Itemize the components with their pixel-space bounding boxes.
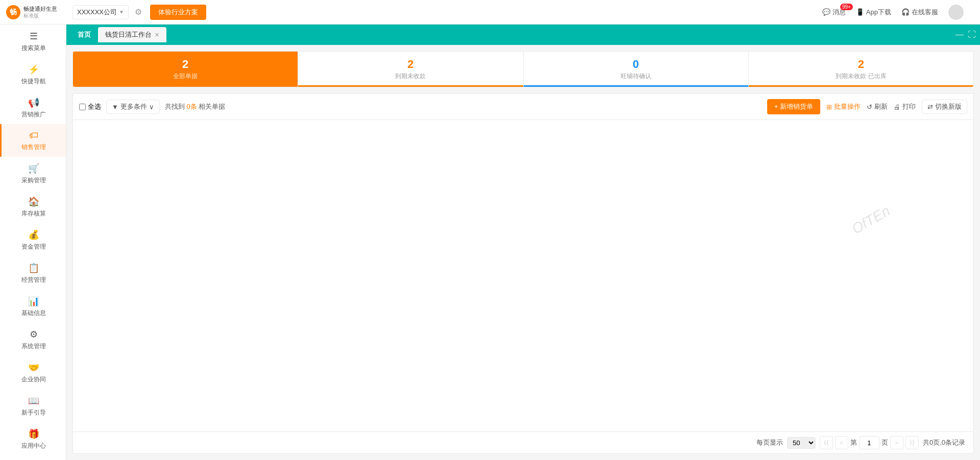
logo-area: 畅 畅捷通好生意 标准版 [6, 5, 72, 19]
found-text: 共找到 0条 相关单据 [165, 102, 225, 111]
avatar[interactable] [948, 5, 964, 20]
minimize-icon[interactable]: — [955, 30, 964, 39]
stat-tab-wangfu-pending[interactable]: 0 旺辅待确认 [524, 52, 749, 87]
service-icon: 🎧 [901, 8, 910, 16]
table-container: OfTEn [72, 119, 974, 432]
switch-version-button[interactable]: ⇄ 切换新版 [922, 100, 967, 114]
found-count: 0条 [187, 103, 197, 110]
refresh-button[interactable]: ↺ 刷新 [867, 102, 888, 111]
tab-home[interactable]: 首页 [70, 27, 98, 42]
apps-icon: 🎁 [28, 428, 39, 440]
top-header: 畅 畅捷通好生意 标准版 XXXXXX公司 ▼ ⚙ 体验行业方案 💬 消息 99… [0, 0, 980, 25]
page-number-input[interactable] [859, 436, 879, 449]
sidebar-item-operations[interactable]: 📋经营管理 [0, 256, 66, 289]
tab-bar: 首页 钱货日清工作台 ✕ — ⛶ [66, 25, 980, 45]
system-icon: ⚙ [30, 329, 38, 340]
tab-close-icon[interactable]: ✕ [155, 32, 159, 38]
search-icon: ☰ [30, 31, 38, 42]
toolbar-left: 全选 ▼ 更多条件 ∨ 共找到 0条 相关单据 [79, 100, 225, 114]
sidebar-item-basic[interactable]: 📊基础信息 [0, 289, 66, 323]
prev-page-button[interactable]: ＜ [835, 436, 848, 449]
toolbar-right: + 新增销货单 ⊞ 批量操作 ↺ 刷新 🖨 打印 ⇄ [767, 99, 967, 114]
trial-button[interactable]: 体验行业方案 [150, 5, 206, 20]
logo-icon: 畅 [6, 5, 20, 19]
sidebar-item-finance[interactable]: 💰资金管理 [0, 223, 66, 256]
filter-button[interactable]: ▼ 更多条件 ∨ [106, 100, 160, 114]
marketing-icon: 📢 [28, 97, 39, 108]
chevron-down-icon: ∨ [149, 103, 154, 111]
stat-tab-overdue-uncollected[interactable]: 2 到期未收款 [298, 52, 523, 87]
tab-bar-actions: — ⛶ [955, 30, 976, 39]
settings-icon[interactable]: ⚙ [133, 5, 144, 19]
guide-icon: 📖 [28, 395, 39, 406]
logo-text: 畅捷通好生意 标准版 [23, 5, 57, 19]
print-icon: 🖨 [894, 103, 900, 111]
batch-icon: ⊞ [826, 103, 832, 111]
page-navigation: ⟨⟨ ＜ 第 页 ＞ ⟩⟩ [820, 436, 919, 449]
basic-icon: 📊 [28, 296, 39, 307]
sidebar-item-purchase[interactable]: 🛒采购管理 [0, 157, 66, 190]
finance-icon: 💰 [28, 229, 39, 240]
toolbar: 全选 ▼ 更多条件 ∨ 共找到 0条 相关单据 + 新增销货单 [72, 93, 974, 119]
download-icon: 📱 [856, 8, 864, 16]
sidebar-item-sales[interactable]: 🏷销售管理 [0, 124, 66, 157]
maximize-icon[interactable]: ⛶ [968, 30, 976, 39]
new-sale-order-button[interactable]: + 新增销货单 [767, 99, 820, 114]
first-page-button[interactable]: ⟨⟨ [820, 436, 833, 449]
select-all-input[interactable] [79, 104, 86, 110]
pagination-bar: 每页显示 50 100 200 ⟨⟨ ＜ 第 页 ＞ ⟩⟩ 共0页,0条记录 [72, 432, 974, 454]
sidebar-item-cooperation[interactable]: 🤝企业协同 [0, 356, 66, 389]
sidebar-item-guide[interactable]: 📖新手引导 [0, 389, 66, 422]
message-badge: 99+ [840, 4, 853, 10]
print-button[interactable]: 🖨 打印 [894, 102, 916, 111]
sidebar-item-inventory[interactable]: 🏠库存核算 [0, 190, 66, 223]
sales-icon: 🏷 [29, 130, 38, 141]
select-all-checkbox[interactable]: 全选 [79, 102, 101, 111]
switch-icon: ⇄ [927, 103, 933, 111]
tab-workbench[interactable]: 钱货日清工作台 ✕ [98, 27, 166, 42]
message-item[interactable]: 💬 消息 99+ [822, 8, 846, 17]
page-size-select[interactable]: 50 100 200 [787, 437, 816, 449]
watermark: OfTEn [849, 203, 893, 237]
sidebar-item-search[interactable]: ☰搜索菜单 [0, 25, 66, 58]
online-service-item[interactable]: 🎧 在线客服 [901, 8, 938, 17]
purchase-icon: 🛒 [28, 163, 39, 174]
inventory-icon: 🏠 [28, 196, 39, 207]
refresh-icon: ↺ [867, 103, 872, 111]
sidebar-item-system[interactable]: ⚙系统管理 [0, 323, 66, 356]
header-right: 💬 消息 99+ 📱 App下载 🎧 在线客服 [822, 5, 974, 20]
page-content: 2 全部单据 2 到期未收款 0 旺辅待确认 2 到期未收款 已出库 [66, 45, 980, 460]
stat-tab-all[interactable]: 2 全部单据 [73, 52, 298, 87]
stat-tab-overdue-shipped[interactable]: 2 到期未收款 已出库 [749, 52, 973, 87]
sidebar-item-marketing[interactable]: 📢营销推广 [0, 91, 66, 124]
stats-tabs: 2 全部单据 2 到期未收款 0 旺辅待确认 2 到期未收款 已出库 [72, 51, 974, 87]
app-download-item[interactable]: 📱 App下载 [856, 8, 891, 17]
sidebar-item-apps[interactable]: 🎁应用中心 [0, 422, 66, 455]
total-records-text: 共0页,0条记录 [923, 438, 965, 447]
sidebar: ☰搜索菜单⚡快捷导航📢营销推广🏷销售管理🛒采购管理🏠库存核算💰资金管理📋经营管理… [0, 25, 66, 460]
quick-icon: ⚡ [28, 64, 39, 75]
cooperation-icon: 🤝 [28, 362, 39, 373]
main-layout: ☰搜索菜单⚡快捷导航📢营销推广🏷销售管理🛒采购管理🏠库存核算💰资金管理📋经营管理… [0, 25, 980, 460]
operations-icon: 📋 [28, 262, 39, 274]
chevron-down-icon: ▼ [119, 9, 124, 15]
sidebar-item-quick[interactable]: ⚡快捷导航 [0, 58, 66, 91]
message-icon: 💬 [822, 8, 830, 16]
last-page-button[interactable]: ⟩⟩ [905, 436, 919, 449]
company-selector[interactable]: XXXXXX公司 ▼ [72, 5, 129, 19]
content-area: 首页 钱货日清工作台 ✕ — ⛶ 2 全部单据 2 到期未收款 [66, 25, 980, 460]
sidebar-item-wechat[interactable]: 💬企业微信 [0, 455, 66, 460]
next-page-button[interactable]: ＞ [890, 436, 903, 449]
filter-icon: ▼ [112, 103, 118, 111]
batch-operation-button[interactable]: ⊞ 批量操作 [826, 102, 861, 111]
